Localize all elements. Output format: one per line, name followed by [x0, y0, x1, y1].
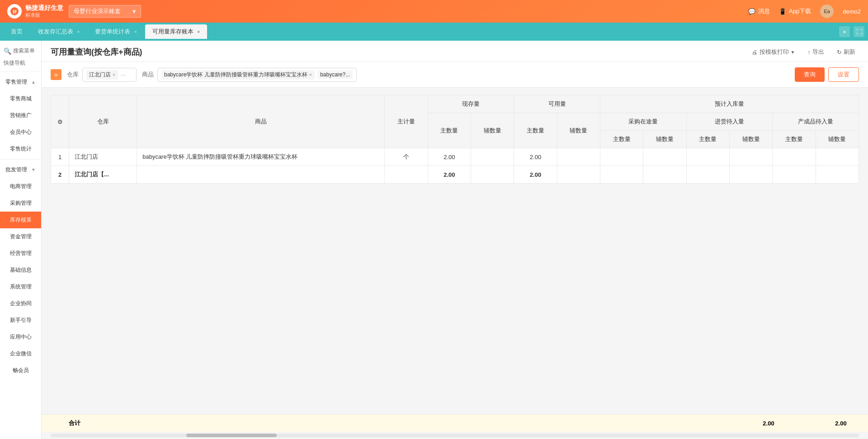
warehouse-tag-value: 江北门店	[89, 71, 111, 79]
sidebar-item-vip[interactable]: 畅会员	[0, 362, 41, 379]
product-filter-group: 商品 babycare学饮杯 儿童防摔防撞吸管杯重力球吸嘴杯宝宝水杯 × bab…	[142, 68, 357, 82]
cell-stock-main-1: 2.00	[428, 148, 471, 166]
cell-stock-main-2: 2.00	[428, 166, 471, 184]
tab-requisition-close[interactable]: ×	[134, 29, 137, 34]
tabs-actions: × ⛶	[839, 26, 864, 37]
print-label: 按模板打印	[760, 48, 789, 56]
col-warehouse-header: 仓库	[69, 95, 137, 148]
sidebar-item-retail-mall[interactable]: 零售商城	[0, 90, 41, 107]
sidebar-finance-label: 资金管理	[10, 233, 32, 241]
filter-actions: 查询 设置	[795, 67, 859, 82]
sidebar-retail-label: 零售管理	[5, 78, 27, 86]
cell-stock-aux-1	[471, 148, 514, 166]
product-tag-1-close[interactable]: ×	[309, 72, 312, 77]
sidebar-retail-arrow: ▲	[31, 80, 36, 85]
sidebar-item-operations[interactable]: 经营管理	[0, 245, 41, 262]
message-btn[interactable]: 💬 消息	[748, 7, 770, 15]
expand-btn[interactable]: »	[51, 69, 61, 80]
product-tag-2: babycare?...	[317, 71, 353, 79]
col-inbound-header: 进货待入量	[686, 113, 773, 131]
cell-warehouse-1: 江北门店	[69, 148, 137, 166]
table-row: 1 江北门店 babycare学饮杯 儿童防摔防撞吸管杯重力球吸嘴杯宝宝水杯 个…	[51, 148, 859, 166]
cell-unit-1: 个	[385, 148, 428, 166]
sidebar-item-purchase[interactable]: 采购管理	[0, 195, 41, 212]
cell-seq-2: 2	[51, 166, 69, 184]
cell-production-aux-2	[816, 166, 859, 184]
sidebar-item-inventory-check[interactable]: 库存核算	[0, 212, 41, 228]
product-tag-2-value: babycare?...	[320, 71, 350, 78]
tab-receivable-label: 收发存汇总表	[38, 28, 73, 36]
print-btn[interactable]: 🖨 按模板打印 ▼	[748, 46, 799, 58]
col-purchase-header: 采购在途量	[600, 113, 686, 131]
avatar[interactable]: Ea	[820, 5, 834, 18]
col-stock-aux-header: 辅数量	[471, 113, 514, 148]
scroll-thumb[interactable]	[186, 434, 277, 437]
warehouse-tag-close[interactable]: ×	[113, 72, 115, 77]
logo-subtitle: 标准版	[25, 12, 63, 19]
tab-requisition-label: 要货单统计表	[95, 28, 130, 36]
cell-avail-main-2: 2.00	[514, 166, 557, 184]
cell-avail-main-1: 2.00	[514, 148, 557, 166]
sidebar-item-retail-stats[interactable]: 零售统计	[0, 141, 41, 157]
sidebar-item-ecommerce[interactable]: 电商管理	[0, 178, 41, 195]
sidebar-divider-2	[0, 159, 41, 160]
sidebar-item-enterprise[interactable]: 企业协同	[0, 295, 41, 312]
tab-receivable[interactable]: 收发存汇总表 ×	[31, 24, 87, 39]
cell-inbound-aux-1	[729, 148, 772, 166]
product-tag-1: babycare学饮杯 儿童防摔防撞吸管杯重力球吸嘴杯宝宝水杯 ×	[161, 70, 315, 80]
export-btn[interactable]: ↑ 导出	[804, 46, 828, 58]
cell-stock-aux-2	[471, 166, 514, 184]
logo-area: 好 畅捷通好生意 标准版	[7, 4, 63, 19]
sidebar-enterprise-wechat-label: 企业微信	[10, 350, 32, 358]
sidebar-item-finance[interactable]: 资金管理	[0, 228, 41, 245]
page-header: 可用量查询(按仓库+商品) 🖨 按模板打印 ▼ ↑ 导出 ↻ 刷新	[42, 41, 868, 62]
tab-expand-btn[interactable]: ⛶	[854, 26, 864, 37]
setting-btn[interactable]: 设置	[828, 67, 859, 82]
sidebar-quick-nav[interactable]: 快捷导航	[0, 57, 41, 70]
sidebar-item-app-center[interactable]: 应用中心	[0, 329, 41, 345]
scroll-track[interactable]	[51, 434, 859, 437]
sidebar-item-wholesale[interactable]: 批发管理 ▼	[0, 161, 41, 178]
warehouse-more[interactable]: ···	[121, 71, 126, 78]
sidebar-app-center-label: 应用中心	[10, 333, 32, 341]
sidebar-item-marketing[interactable]: 营销推广	[0, 107, 41, 124]
tab-requisition[interactable]: 要货单统计表 ×	[88, 24, 144, 39]
sidebar-item-guide[interactable]: 新手引导	[0, 312, 41, 329]
cell-product-1: babycare学饮杯 儿童防摔防撞吸管杯重力球吸嘴杯宝宝水杯	[137, 148, 385, 166]
page-actions: 🖨 按模板打印 ▼ ↑ 导出 ↻ 刷新	[748, 46, 859, 58]
refresh-btn[interactable]: ↻ 刷新	[833, 46, 859, 58]
col-production-aux-header: 辅数量	[816, 131, 859, 148]
tab-inventory-close[interactable]: ×	[197, 29, 200, 34]
top-bar: 好 畅捷通好生意 标准版 母婴行业演示账套 ▼ 💬 消息 📱 App下载 Ea …	[0, 0, 868, 23]
tab-receivable-close[interactable]: ×	[77, 29, 80, 34]
download-btn[interactable]: 📱 App下载	[779, 7, 811, 15]
sidebar-search[interactable]: 🔍 搜索菜单	[0, 44, 41, 57]
cell-avail-aux-2	[557, 166, 600, 184]
download-icon: 📱	[779, 8, 786, 15]
sidebar-vip-label: 畅会员	[13, 367, 29, 374]
sidebar-item-member[interactable]: 会员中心	[0, 124, 41, 141]
product-input[interactable]: babycare学饮杯 儿童防摔防撞吸管杯重力球吸嘴杯宝宝水杯 × babyca…	[157, 68, 357, 82]
table-row: 2 江北门店【... 2.00 2.00	[51, 166, 859, 184]
cell-production-main-2	[773, 166, 816, 184]
sidebar-item-system[interactable]: 系统管理	[0, 279, 41, 295]
col-settings-header[interactable]: ⚙	[51, 95, 69, 148]
warehouse-input[interactable]: 江北门店 × ···	[82, 68, 137, 82]
col-avail-main-header: 主数量	[514, 113, 557, 148]
sidebar-item-basic[interactable]: 基础信息	[0, 262, 41, 279]
tab-inventory[interactable]: 可用量库存账本 ×	[145, 24, 207, 39]
sidebar-item-enterprise-wechat[interactable]: 企业微信	[0, 345, 41, 362]
svg-text:好: 好	[12, 9, 17, 14]
data-table: ⚙ 仓库 商品 主计量 现存量 可用量 预计入库量 主数量 辅数量 主数量 辅数…	[51, 95, 859, 184]
top-bar-right: 💬 消息 📱 App下载 Ea demo2	[748, 5, 861, 18]
tab-home[interactable]: 首页	[4, 24, 30, 39]
query-btn[interactable]: 查询	[795, 67, 825, 82]
org-selector[interactable]: 母婴行业演示账套 ▼	[69, 5, 141, 18]
table-area: ⚙ 仓库 商品 主计量 现存量 可用量 预计入库量 主数量 辅数量 主数量 辅数…	[42, 88, 868, 414]
col-stock-main-header: 主数量	[428, 113, 471, 148]
sidebar-divider-1	[0, 71, 41, 72]
tab-close-all-btn[interactable]: ×	[839, 26, 850, 37]
expand-icon: »	[54, 71, 58, 78]
sidebar-nav-label: 快捷导航	[4, 60, 25, 66]
sidebar-item-retail[interactable]: 零售管理 ▲	[0, 74, 41, 90]
